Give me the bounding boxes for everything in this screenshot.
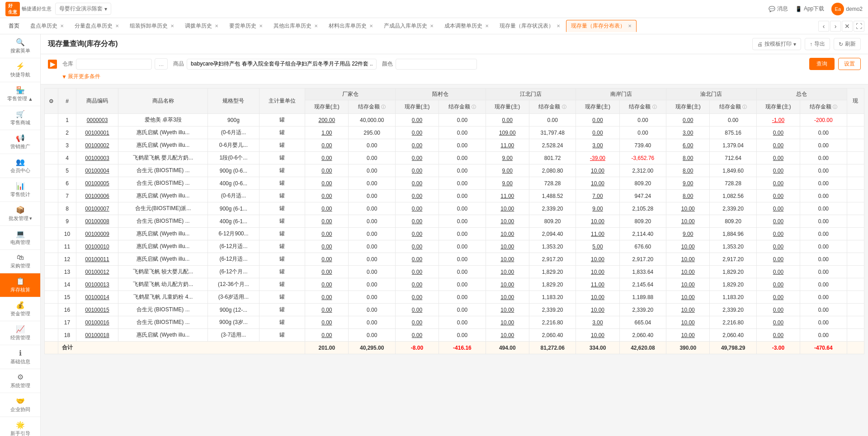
tab-fullscreen-btn[interactable]: ⛶ — [854, 21, 864, 32]
row-c2-qty[interactable]: 0.00 — [395, 164, 439, 177]
row-c5-qty[interactable]: 10.00 — [666, 278, 710, 291]
row-c3-qty[interactable]: 10.00 — [486, 253, 529, 266]
row-c2-qty[interactable]: 0.00 — [395, 202, 439, 215]
row-c1-qty[interactable]: 0.00 — [305, 329, 349, 342]
row-c3-qty[interactable]: 10.00 — [486, 291, 529, 304]
row-c5-qty[interactable]: 10.00 — [666, 291, 710, 304]
tab-prev-btn[interactable]: ‹ — [818, 21, 829, 32]
tab-close-icon[interactable]: ✕ — [115, 23, 119, 28]
row-total-qty[interactable]: 0.00 — [756, 177, 800, 190]
tab-close-icon[interactable]: ✕ — [369, 23, 373, 28]
row-c2-qty[interactable]: 0.00 — [395, 114, 439, 127]
row-c3-qty[interactable]: 10.00 — [486, 202, 529, 215]
row-total-qty[interactable]: 0.00 — [756, 240, 800, 253]
row-c3-qty[interactable]: 10.00 — [486, 228, 529, 240]
row-c4-qty[interactable]: 5.00 — [576, 240, 619, 253]
row-c1-qty[interactable]: 0.00 — [305, 278, 349, 291]
row-c4-qty[interactable]: 10.00 — [576, 266, 619, 278]
export-btn[interactable]: ↑ 导出 — [805, 38, 830, 50]
row-c5-qty[interactable]: 0.00 — [666, 114, 710, 127]
row-total-qty[interactable]: 0.00 — [756, 164, 800, 177]
row-total-qty[interactable]: 0.00 — [756, 253, 800, 266]
row-code[interactable]: 00100001 — [76, 127, 118, 139]
print-btn[interactable]: 🖨 按模板打印 ▾ — [752, 38, 801, 50]
row-total-qty[interactable]: 0.00 — [756, 215, 800, 228]
row-total-qty[interactable]: 0.00 — [756, 139, 800, 152]
warehouse-ellipsis-btn[interactable]: ... — [155, 58, 168, 70]
row-c3-qty[interactable]: 9.00 — [486, 177, 529, 190]
row-code[interactable]: 00100009 — [76, 228, 118, 240]
refresh-btn[interactable]: ↻ 刷新 — [834, 38, 861, 50]
messages-btn[interactable]: 💬 消息 — [769, 5, 788, 13]
row-code[interactable]: 00100003 — [76, 152, 118, 164]
tab-stock-dist[interactable]: 现存量（库存分布表） ✕ — [566, 20, 637, 32]
row-code[interactable]: 00100016 — [76, 316, 118, 329]
row-c4-qty[interactable]: 11.00 — [576, 278, 619, 291]
row-c1-qty[interactable]: 0.00 — [305, 139, 349, 152]
row-c4-qty[interactable]: 3.00 — [576, 139, 619, 152]
row-c5-qty[interactable]: 10.00 — [666, 253, 710, 266]
row-c2-qty[interactable]: 0.00 — [395, 152, 439, 164]
expand-more-btn[interactable]: ▼ 展开更多条件 — [61, 73, 861, 80]
row-code[interactable]: 00100006 — [76, 190, 118, 202]
tab-product-in[interactable]: 产成品入库单历史 ✕ — [379, 20, 439, 32]
row-c5-qty[interactable]: 10.00 — [666, 202, 710, 215]
row-c1-qty[interactable]: 0.00 — [305, 240, 349, 253]
sidebar-item-inventory[interactable]: 📋 库存核算 — [0, 273, 40, 297]
row-c3-qty[interactable]: 10.00 — [486, 215, 529, 228]
row-c3-qty[interactable]: 10.00 — [486, 329, 529, 342]
row-c4-qty[interactable]: 0.00 — [576, 114, 619, 127]
row-code[interactable]: 00100011 — [76, 253, 118, 266]
row-c4-qty[interactable]: 10.00 — [576, 329, 619, 342]
tab-assembly[interactable]: 组装拆卸单历史 ✕ — [125, 20, 179, 32]
row-total-qty[interactable]: 0.00 — [756, 316, 800, 329]
row-c4-qty[interactable]: 9.00 — [576, 202, 619, 215]
industry-selector[interactable]: 母婴行业演示陈套 ▾ — [55, 3, 111, 15]
tab-inventory-check[interactable]: 盘点单历史 ✕ — [25, 20, 69, 32]
row-c2-qty[interactable]: 0.00 — [395, 316, 439, 329]
row-c1-qty[interactable]: 0.00 — [305, 215, 349, 228]
sidebar-item-quicknav[interactable]: ⚡ 快捷导航 — [0, 58, 40, 82]
row-code[interactable]: 00100005 — [76, 177, 118, 190]
row-c1-qty[interactable]: 0.00 — [305, 291, 349, 304]
row-c3-qty[interactable]: 109.00 — [486, 127, 529, 139]
row-c2-qty[interactable]: 0.00 — [395, 329, 439, 342]
row-c4-qty[interactable]: 10.00 — [576, 215, 619, 228]
row-c1-qty[interactable]: 0.00 — [305, 190, 349, 202]
row-c2-qty[interactable]: 0.00 — [395, 266, 439, 278]
sidebar-item-search[interactable]: 🔍 搜索英单 — [0, 34, 40, 58]
row-c1-qty[interactable]: 0.00 — [305, 316, 349, 329]
row-c3-qty[interactable]: 11.00 — [486, 139, 529, 152]
tab-close-all-btn[interactable]: ✕ — [842, 21, 853, 32]
row-c2-qty[interactable]: 0.00 — [395, 304, 439, 316]
tab-transfer[interactable]: 调拨单历史 ✕ — [180, 20, 223, 32]
row-c1-qty[interactable]: 200.00 — [305, 114, 349, 127]
tab-requisition[interactable]: 要货单历史 ✕ — [224, 20, 268, 32]
row-c3-qty[interactable]: 11.00 — [486, 190, 529, 202]
row-c3-qty[interactable]: 10.00 — [486, 240, 529, 253]
row-c2-qty[interactable]: 0.00 — [395, 177, 439, 190]
row-c2-qty[interactable]: 0.00 — [395, 278, 439, 291]
sidebar-item-finance[interactable]: 💰 资金管理 — [0, 297, 40, 321]
tab-close-icon[interactable]: ✕ — [60, 23, 64, 28]
row-c3-qty[interactable]: 10.00 — [486, 278, 529, 291]
row-c2-qty[interactable]: 0.00 — [395, 215, 439, 228]
tab-home[interactable]: 首页 — [4, 20, 24, 32]
query-btn[interactable]: 查询 — [809, 58, 835, 70]
row-total-qty[interactable]: 0.00 — [756, 152, 800, 164]
row-code[interactable]: 00100004 — [76, 164, 118, 177]
tab-material-out[interactable]: 材料出库单历史 ✕ — [324, 20, 378, 32]
row-code[interactable]: 00100014 — [76, 291, 118, 304]
row-c5-qty[interactable]: 10.00 — [666, 316, 710, 329]
row-c2-qty[interactable]: 0.00 — [395, 139, 439, 152]
row-c1-qty[interactable]: 0.00 — [305, 164, 349, 177]
row-c1-qty[interactable]: 0.00 — [305, 177, 349, 190]
app-download-btn[interactable]: 📱 App下载 — [795, 5, 824, 13]
row-c2-qty[interactable]: 0.00 — [395, 228, 439, 240]
sidebar-item-retail-store[interactable]: 🛒 零售商城 — [0, 106, 40, 130]
row-c1-qty[interactable]: 0.00 — [305, 253, 349, 266]
sidebar-item-retail-mgmt[interactable]: 🏪 零售管理 ▲ — [0, 82, 40, 106]
sidebar-item-member-center[interactable]: 👥 会员中心 — [0, 154, 40, 178]
row-c3-qty[interactable]: 9.00 — [486, 164, 529, 177]
sidebar-item-ops[interactable]: 📈 经营管理 — [0, 321, 40, 345]
